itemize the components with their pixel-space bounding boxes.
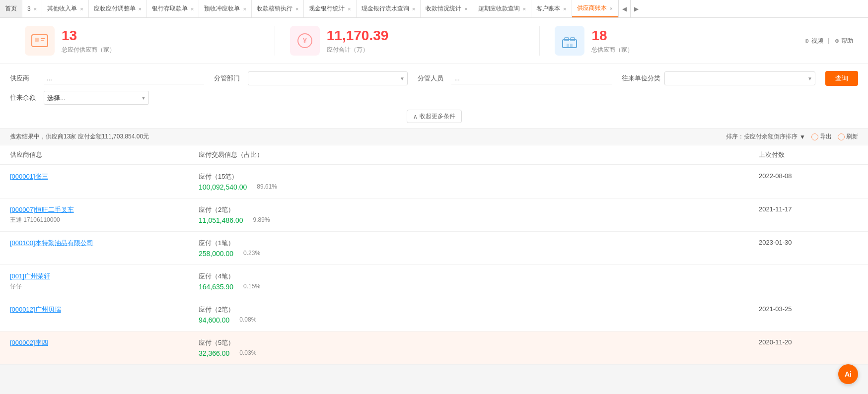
query-button[interactable]: 查询 [825, 71, 858, 86]
nav-tab-receipt-stat[interactable]: 收款情况统计 × [421, 0, 473, 17]
chevron-up-icon: ∧ [413, 113, 418, 120]
refresh-button[interactable]: 刷新 [838, 132, 858, 141]
lastpay-2: 2021-11-17 [759, 205, 858, 213]
nav-tab-receipt-stat-label: 收款情况统计 [426, 4, 461, 13]
nav-tab-customer-ledger-label: 客户账本 [536, 4, 560, 13]
trans-label-5: 应付（2笔） [199, 305, 759, 314]
nav-tab-receipt-verify[interactable]: 收款核销执行 × [252, 0, 304, 17]
close-icon[interactable]: × [191, 6, 194, 12]
supplier-link-6[interactable]: [000002]李四 [10, 339, 48, 346]
payable-total-number: 11,170.39 [327, 27, 389, 44]
category-select[interactable] [664, 71, 816, 85]
nav-tab-customer-ledger[interactable]: 客户账本 × [531, 0, 572, 17]
export-icon [811, 133, 818, 140]
balance-select[interactable]: 选择... [44, 91, 149, 105]
supplier-link-5[interactable]: [000012]广州贝瑞 [10, 306, 61, 313]
trans-pct-3: 0.23% [243, 250, 260, 257]
nav-tab-bank-deposit[interactable]: 银行存取款单 × [147, 0, 199, 17]
help-link[interactable]: ⊙ 帮助 [835, 37, 853, 45]
trans-label-3: 应付（1笔） [199, 239, 759, 248]
nav-tab-cash-bank-stat[interactable]: 现金银行统计 × [304, 0, 356, 17]
nav-prev-button[interactable]: ◀ [618, 0, 630, 17]
svg-rect-10 [570, 44, 573, 48]
total-suppliers-label: 总供应商（家） [591, 46, 633, 54]
result-info-bar: 搜索结果中，供应商13家 应付金额111,703,854.00元 排序：按应付余… [0, 129, 868, 145]
total-suppliers-text: 18 总供应商（家） [591, 27, 633, 55]
dept-select[interactable] [248, 71, 408, 85]
table-row: [000100]本特勤油品有限公司 应付（1笔） 258,000.00 0.23… [0, 232, 868, 265]
supplier-sub-2: 王通 17106110000 [10, 216, 199, 224]
nav-tab-ar-ap-adjust[interactable]: 应收应付调整单 × [89, 0, 147, 17]
nav-tab-home[interactable]: 首页 [0, 0, 22, 17]
trans-amount-6: 32,366.00 [199, 349, 229, 357]
nav-tab-other-income-label: 其他收入单 [47, 4, 77, 13]
supplier-link-4[interactable]: [001]广州荣轩 [10, 272, 50, 280]
trans-pct-4: 0.15% [243, 283, 260, 290]
data-table: 供应商信息 应付交易信息（占比） 上次付数 [000001]张三 应付（15笔）… [0, 145, 868, 365]
last-pay-date-3: 2023-01-30 [759, 239, 792, 246]
video-link[interactable]: ⊙ 视频 [804, 37, 823, 45]
balance-select-wrapper: 选择... ▼ [44, 91, 149, 105]
transaction-info-5: 应付（2笔） 94,600.00 0.08% [199, 305, 759, 324]
close-icon[interactable]: × [80, 6, 83, 12]
collapse-button[interactable]: ∧ 收起更多条件 [407, 110, 462, 123]
transaction-info-1: 应付（15笔） 100,092,540.00 89.61% [199, 172, 759, 191]
close-icon[interactable]: × [563, 6, 566, 12]
payable-total-text: 11,170.39 应付合计（万） [327, 27, 389, 55]
nav-tab-3[interactable]: 3 × [22, 0, 42, 17]
last-pay-date-6: 2020-11-20 [759, 338, 792, 346]
nav-tab-cash-flow-query[interactable]: 现金银行流水查询 × [357, 0, 421, 17]
nav-tab-overdue-ar[interactable]: 超期应收款查询 × [473, 0, 531, 17]
table-row: [000001]张三 应付（15笔） 100,092,540.00 89.61%… [0, 165, 868, 198]
nav-tab-bank-deposit-label: 银行存取款单 [152, 4, 188, 13]
close-icon[interactable]: × [348, 6, 351, 12]
close-icon[interactable]: × [243, 6, 246, 12]
supplier-input[interactable] [44, 72, 204, 84]
total-suppliers-icon [555, 26, 584, 56]
dept-filter: 分管部门 ▼ [214, 71, 408, 85]
export-button[interactable]: 导出 [811, 132, 832, 141]
close-icon[interactable]: × [34, 6, 37, 12]
trans-label-2: 应付（2笔） [199, 205, 759, 214]
close-icon[interactable]: × [610, 5, 613, 11]
collapse-label: 收起更多条件 [420, 112, 455, 121]
table-row: [000002]李四 应付（5笔） 32,366.00 0.03% 2020-1… [0, 331, 868, 365]
nav-next-button[interactable]: ▶ [630, 0, 642, 17]
svg-rect-0 [32, 35, 48, 47]
filter-row-1: 供应商 分管部门 ▼ 分管人员 往来单位分类 ▼ 查询 [10, 71, 858, 86]
close-icon[interactable]: × [523, 6, 526, 12]
supplier-link-2[interactable]: [000007]恒旺二手叉车 [10, 206, 74, 213]
payable-suppliers-number: 13 [62, 27, 115, 44]
close-icon[interactable]: × [295, 6, 298, 12]
supplier-info-4: [001]广州荣轩 仔仔 [10, 272, 199, 291]
close-icon[interactable]: × [412, 6, 415, 12]
person-input[interactable] [451, 72, 612, 84]
nav-tab-3-label: 3 [27, 5, 31, 12]
balance-filter: 往来余额 选择... ▼ [10, 91, 149, 105]
sort-select[interactable]: 排序：按应付余额倒序排序 ▼ [726, 132, 805, 141]
nav-tab-ar-ap-label: 应收应付调整单 [94, 4, 136, 13]
nav-tab-other-income[interactable]: 其他收入单 × [42, 0, 88, 17]
svg-text:¥: ¥ [303, 37, 307, 45]
supplier-info-6: [000002]李四 [10, 338, 199, 347]
stats-bar: 13 总应付供应商（家） ¥ 11,170.39 应付合计（万） 1 [0, 18, 868, 64]
transaction-info-4: 应付（4笔） 164,635.90 0.15% [199, 272, 759, 291]
svg-rect-9 [567, 44, 569, 48]
close-icon[interactable]: × [139, 6, 142, 12]
supplier-link-1[interactable]: [000001]张三 [10, 173, 48, 180]
supplier-link-3[interactable]: [000100]本特勤油品有限公司 [10, 239, 93, 247]
nav-tab-prepay-ar-label: 预收冲应收单 [204, 4, 240, 13]
payable-suppliers-text: 13 总应付供应商（家） [62, 27, 115, 55]
supplier-info-1: [000001]张三 [10, 172, 199, 181]
col-header-lastpay: 上次付数 [759, 150, 858, 159]
lastpay-5: 2021-03-25 [759, 305, 858, 313]
close-icon[interactable]: × [464, 6, 467, 12]
table-row: [001]广州荣轩 仔仔 应付（4笔） 164,635.90 0.15% [0, 265, 868, 298]
export-label: 导出 [820, 132, 832, 141]
supplier-info-5: [000012]广州贝瑞 [10, 305, 199, 314]
dept-label: 分管部门 [214, 74, 244, 83]
table-header: 供应商信息 应付交易信息（占比） 上次付数 [0, 145, 868, 165]
nav-tab-prepay-ar[interactable]: 预收冲应收单 × [199, 0, 251, 17]
nav-tab-supplier-ledger[interactable]: 供应商账本 × [572, 0, 618, 17]
nav-tab-supplier-ledger-label: 供应商账本 [577, 4, 607, 12]
